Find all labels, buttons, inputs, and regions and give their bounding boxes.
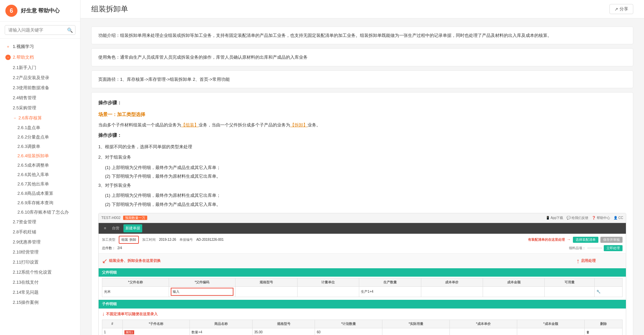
arrow-down-left: ↙ [102,255,108,267]
sidebar-item-cost-adj[interactable]: 2.6.5成本调整单 [0,161,80,170]
mock-upper-table: *父件名称 *父件编码 规格型号 计量单位 生产数量 成本单价 成本金额 可用量 [102,278,623,297]
mock-annot-toggle: ↙ 组装业务、拆卸业务在这里切换 [102,255,161,267]
minus-icon-inventory: － [13,115,17,121]
mock-type-label: 加工类型 [102,237,115,243]
mock-ltd-actual1 [382,328,450,335]
content-area: 功能介绍：组装拆卸单用来处理企业组装或拆卸等加工业务，支持有固定装配清单的产品加… [80,18,644,335]
mock-lcol-spec: 规格型号 [252,320,315,328]
sidebar-item-finance[interactable]: 2.7资金管理 [0,217,80,227]
sidebar-item-other-out[interactable]: 2.6.7其他出库单 [0,179,80,189]
sidebar-item-newbie[interactable]: 2.1新手入门 [0,63,80,73]
plus-icon: ＋ [5,44,11,49]
mock-type-selector[interactable]: 组装 拆卸 [119,236,139,244]
mock-td-spec [235,287,297,297]
mock-process-btn[interactable]: 立即处理 [604,245,623,251]
intro-func-text: 功能介绍：组装拆卸单用来处理企业组装或拆卸等加工业务，支持有固定装配清单的产品加… [98,33,552,38]
mock-qty-label: 总件数： [102,245,115,251]
search-input[interactable] [5,25,75,35]
nav-tree: ＋ 1.视频学习 － 2.帮助文档 2.1新手入门 2.2产品安装及登录 2.3… [0,39,80,335]
sidebar-item-purchase[interactable]: 2.5采购管理 [0,103,80,113]
mock-ltd-spec1: 35.00 [252,328,315,335]
main-content: 组装拆卸单 ↗ 分享 功能介绍：组装拆卸单用来处理企业组装或拆卸等加工业务，支持… [80,0,644,335]
sidebar-item-label: 2.3使用前数据准备 [13,85,49,91]
mock-select-bom-btn[interactable]: 选择装配清单 [573,237,598,243]
mock-type-opt2: 拆卸 [129,237,136,243]
step2: 2、对于组装业务 [98,153,626,162]
sidebar-item-docs[interactable]: － 2.帮助文档 [0,52,80,63]
mock-ltd-idx1: 1 [102,328,123,335]
mock-td-avail [545,287,594,297]
mock-feedback: 💬 给我们反馈 [567,215,588,221]
ops-block: 操作步骤： 场景一：加工类型选择 当由多个子件材料组装成一个成品的业务为【组装】… [91,92,633,335]
sidebar-item-videos[interactable]: ＋ 1.视频学习 [0,41,80,52]
sidebar-item-inventory[interactable]: － 2.6库存核算 [0,113,80,123]
sidebar-item-label: 2.15操作案例 [13,299,39,305]
step1: 1、根据不同的业务，选择不同单据的类型来处理 [98,143,626,151]
mock-annotation-top: 有装配清单的在这里处理 → 选择装配清单 保存并审核 [528,236,623,243]
sidebar-item-sales[interactable]: 2.4销售管理 [0,93,80,103]
mock-ltd-plan1: 60 [315,328,382,335]
sidebar-item-label: 2.8手机旺铺 [13,229,36,235]
nav-children-2: 2.1新手入门 2.2产品安装及登录 2.3使用前数据准备 2.4销售管理 2.… [0,63,80,308]
mock-annotation-row: ↙ 组装业务、拆卸业务在这里切换 ↑ 启用处理 [99,254,626,268]
sidebar-item-faq[interactable]: 2.14常见问题 [0,287,80,297]
sidebar-item-assembly[interactable]: 2.6.4组装拆卸单 [0,151,80,161]
sidebar-item-label: 2.12系统个性化设置 [13,269,52,275]
mock-titlebar-badge: 预期数量一万 [123,215,147,221]
mock-qty-val: 2/4 [117,245,122,251]
mock-num-value: AD-20191226-001 [196,237,224,243]
sidebar-item-customize[interactable]: 2.12系统个性化设置 [0,267,80,277]
sidebar-item-label: 2.5采购管理 [13,105,36,111]
sidebar-item-partial-stocktake[interactable]: 2.6.2分量盘点单 [0,132,80,142]
mock-col-fname: *父件名称 [102,278,169,287]
mock-upper-table-wrap: *父件名称 *父件编码 规格型号 计量单位 生产数量 成本单价 成本金额 可用量 [99,277,626,298]
sidebar-item-label: 2.1新手入门 [13,65,36,71]
mock-process-input[interactable] [588,247,602,249]
sidebar-item-coupon[interactable]: 2.9优惠券管理 [0,237,80,247]
mock-ltd-cprice1 [449,328,517,335]
share-icon: ↗ [614,7,618,12]
sidebar-item-other-in[interactable]: 2.6.6其他入库单 [0,170,80,179]
mock-lcol-name: *子件名称 [122,320,190,328]
mock-tab-home[interactable]: 自营 [110,224,121,232]
sidebar-item-mobile[interactable]: 2.8手机旺铺 [0,227,80,237]
mock-lower-section-header: 子件明细 [99,300,626,309]
scene1-desc: 当由多个子件材料组装成一个成品的业务为【组装】业务，当由一个父件拆分成多个子产品… [98,121,626,129]
sidebar-item-data-prep[interactable]: 2.3使用前数据准备 [0,83,80,93]
sidebar-item-print[interactable]: 2.11打印设置 [0,257,80,267]
sidebar-item-install[interactable]: 2.2产品安装及登录 [0,73,80,83]
mock-titlebar: TEST-H002 预期数量一万 📱 App下载 💬 给我们反馈 ❓ 帮助中心 … [99,213,626,223]
share-button[interactable]: ↗ 分享 [609,4,633,14]
sidebar-item-label: 2.10经营管理 [13,249,39,255]
mock-upper-section-header: 父件明细 [99,268,626,277]
mock-lcol-idx: # [102,320,123,328]
logo-area: 6 好生意 帮助中心 [0,0,80,22]
logo-icon: 6 [5,5,17,17]
sidebar-item-ops[interactable]: 2.10经营管理 [0,247,80,257]
intro-path-text: 页面路径：1、库存核算->库存管理->组装拆卸单 2、首页->常用功能 [98,77,230,82]
table-row: 1 属性1 数量+4 35.00 60 🗑 [102,328,623,335]
share-label: 分享 [620,6,628,12]
arrow-up: ↑ [576,255,580,267]
step3-sub: (1) 上部明细为父件明细，最终作为原材料生成其它出库单； (2) 下部明细为子… [98,191,626,208]
sidebar-item-label: 2.6库存核算 [18,115,42,121]
mock-save-btn[interactable]: 保存并审核 [600,237,623,243]
sidebar-item-transfer[interactable]: 2.6.3调拨单 [0,142,80,151]
sidebar-item-stocktake[interactable]: 2.6.1盘点单 [0,123,80,132]
mock-titlebar-left: TEST-H002 [101,215,120,221]
sidebar-item-label: 2.14常见问题 [13,289,39,295]
mock-ltd-del1[interactable]: 🗑 [584,328,622,335]
intro-func-block: 功能介绍：组装拆卸单用来处理企业组装或拆卸等加工业务，支持有固定装配清单的产品加… [91,26,633,44]
arrow-down-annot: ↓ [102,309,105,319]
sidebar-item-stock-query[interactable]: 2.6.9库存账本查询 [0,198,80,208]
sidebar-item-cases[interactable]: 2.15操作案例 [0,297,80,308]
sidebar-item-cost-recalc[interactable]: 2.6.8商品成本重算 [0,189,80,198]
mock-nav-icon: ≡ [102,224,108,232]
mock-process-label: 领料品项： [569,245,586,251]
sidebar-item-label: 2.7资金管理 [13,219,36,225]
step2-sub: (1) 上部明细为父件明细，最终作为产成品生成其它入库单； (2) 下部明细为子… [98,164,626,180]
mock-tab-new[interactable]: 新建单据 [123,224,142,232]
mock-toolbar-area: 加工类型 组装 拆卸 加工时间 2019-12-26 单据编号 AD-20191… [99,234,626,254]
sidebar-item-payment[interactable]: 2.13在线支付 [0,277,80,287]
sidebar-item-stock-error[interactable]: 2.6.10库存账本错了怎么办 [0,208,80,217]
